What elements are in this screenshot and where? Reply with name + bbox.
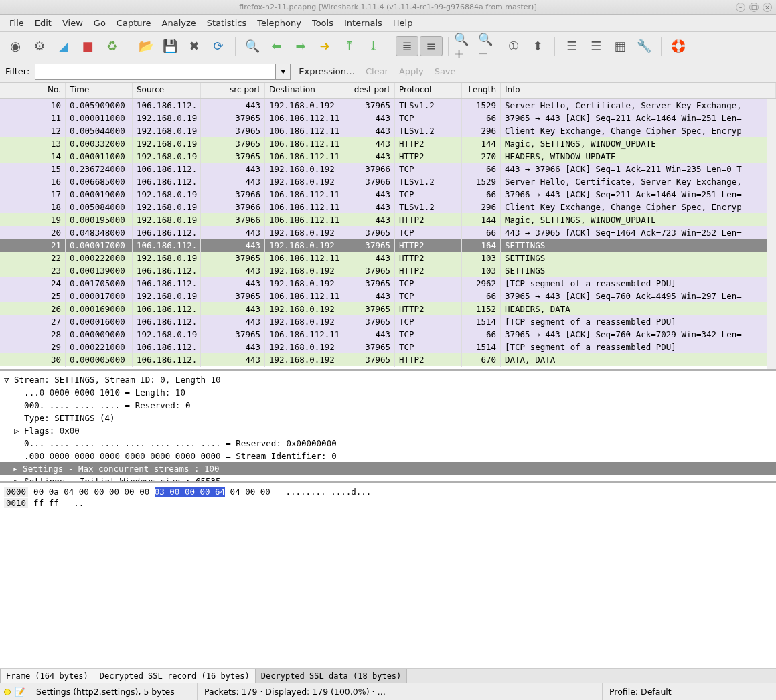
hex-dump[interactable]: 000000 0a 04 00 00 00 00 00 03 00 00 00 … — [0, 483, 776, 668]
menu-telephony[interactable]: Telephony — [252, 15, 307, 31]
detail-line[interactable]: ...0 0000 0000 1010 = Length: 10 — [4, 386, 772, 399]
colorize-icon[interactable]: ≣ — [396, 36, 418, 56]
clear-button[interactable]: Clear — [363, 65, 391, 78]
menu-go[interactable]: Go — [88, 15, 111, 31]
filter-dropdown-button[interactable]: ▾ — [276, 64, 291, 80]
go-forward-icon[interactable]: ➡ — [289, 36, 312, 56]
cell-info: Client Key Exchange, Change Cipher Spec,… — [501, 124, 776, 138]
packet-row[interactable]: 260.000169000106.186.112.443192.168.0.19… — [0, 302, 776, 315]
packet-row[interactable]: 250.000017000192.168.0.1937965106.186.11… — [0, 290, 776, 302]
first-packet-icon[interactable]: ⤒ — [337, 36, 360, 56]
zoom-reset-icon[interactable]: ① — [502, 36, 525, 56]
packet-row[interactable]: 150.236724000106.186.112.443192.168.0.19… — [0, 163, 776, 175]
stop-capture-icon[interactable]: ■ — [76, 36, 99, 56]
edit-icon[interactable]: 📝 — [15, 687, 25, 697]
expert-info-led-icon[interactable] — [4, 689, 11, 695]
menu-capture[interactable]: Capture — [111, 15, 157, 31]
maximize-icon[interactable]: □ — [749, 3, 759, 12]
detail-line[interactable]: ▸ Settings - Max concurrent streams : 10… — [0, 462, 776, 475]
zoom-out-icon[interactable]: 🔍− — [478, 36, 501, 56]
go-to-icon[interactable]: ➜ — [313, 36, 336, 56]
apply-button[interactable]: Apply — [396, 65, 426, 78]
col-header-length[interactable]: Length — [462, 83, 501, 98]
find-icon[interactable]: 🔍 — [241, 36, 264, 56]
packet-row[interactable]: 180.005084000192.168.0.1937966106.186.11… — [0, 201, 776, 213]
save-filter-button[interactable]: Save — [432, 65, 459, 78]
packet-list-body[interactable]: 100.005909000106.186.112.443192.168.0.19… — [0, 99, 776, 369]
hex-line[interactable]: 000000 0a 04 00 00 00 00 00 03 00 00 00 … — [4, 486, 772, 497]
close-window-icon[interactable]: × — [763, 3, 772, 12]
scrollbar[interactable] — [767, 99, 776, 369]
packet-row[interactable]: 160.006685000106.186.112.443192.168.0.19… — [0, 175, 776, 188]
packet-row[interactable]: 210.000017000106.186.112.443192.168.0.19… — [0, 239, 776, 252]
hex-tab[interactable]: Decrypted SSL record (16 bytes) — [94, 669, 256, 683]
detail-line[interactable]: .000 0000 0000 0000 0000 0000 0000 0000 … — [4, 450, 772, 462]
menu-file[interactable]: File — [4, 15, 29, 31]
packet-row[interactable]: 280.000009000192.168.0.1937965106.186.11… — [0, 328, 776, 341]
packet-row[interactable]: 140.000011000192.168.0.1937965106.186.11… — [0, 150, 776, 163]
detail-line[interactable]: ▽ Stream: SETTINGS, Stream ID: 0, Length… — [4, 373, 772, 386]
packet-row[interactable]: 110.000011000192.168.0.1937965106.186.11… — [0, 112, 776, 124]
detail-line[interactable]: Type: SETTINGS (4) — [4, 412, 772, 424]
packet-row[interactable]: 240.001705000106.186.112.443192.168.0.19… — [0, 277, 776, 290]
menu-view[interactable]: View — [57, 15, 88, 31]
packet-row[interactable]: 270.000016000106.186.112.443192.168.0.19… — [0, 315, 776, 328]
col-header-destination[interactable]: Destination — [265, 83, 345, 98]
options-icon[interactable]: ⚙ — [28, 36, 51, 56]
cell-src: 106.186.112. — [133, 238, 201, 252]
last-packet-icon[interactable]: ⤓ — [362, 36, 384, 56]
hex-tab[interactable]: Decrypted SSL data (18 bytes) — [255, 669, 408, 683]
col-header-time[interactable]: Time — [66, 83, 133, 98]
packet-row[interactable]: 100.005909000106.186.112.443192.168.0.19… — [0, 99, 776, 112]
menu-help[interactable]: Help — [388, 15, 418, 31]
help-icon[interactable]: 🛟 — [667, 36, 690, 56]
packet-row[interactable]: 300.000005000106.186.112.443192.168.0.19… — [0, 353, 776, 366]
menu-statistics[interactable]: Statistics — [202, 15, 252, 31]
restart-capture-icon[interactable]: ♻ — [100, 36, 123, 56]
packet-row[interactable]: 290.000221000106.186.112.443192.168.0.19… — [0, 341, 776, 353]
menu-tools[interactable]: Tools — [307, 15, 339, 31]
packet-row[interactable]: 220.000222000192.168.0.1937965106.186.11… — [0, 252, 776, 264]
expression-button[interactable]: Expression… — [296, 65, 358, 78]
col-header-info[interactable]: Info — [501, 83, 776, 98]
detail-line[interactable]: ▷ Settings - Initial Windows size : 6553… — [4, 475, 772, 483]
minimize-icon[interactable]: – — [736, 3, 745, 12]
detail-line[interactable]: 000. .... .... .... = Reserved: 0 — [4, 399, 772, 412]
menu-internals[interactable]: Internals — [339, 15, 388, 31]
col-header-dest-port[interactable]: dest port — [345, 83, 395, 98]
interfaces-icon[interactable]: ◉ — [4, 36, 27, 56]
packet-row[interactable]: 230.000139000106.186.112.443192.168.0.19… — [0, 264, 776, 277]
coloring-rules-icon[interactable]: ▦ — [609, 36, 631, 56]
start-capture-icon[interactable]: ◢ — [52, 36, 75, 56]
col-header-no[interactable]: No. — [0, 83, 66, 98]
close-icon[interactable]: ✖ — [183, 36, 206, 56]
hex-tab[interactable]: Frame (164 bytes) — [0, 669, 94, 683]
open-icon[interactable]: 📂 — [135, 36, 157, 56]
packet-details-pane[interactable]: ▽ Stream: SETTINGS, Stream ID: 0, Length… — [0, 371, 776, 483]
autoscroll-icon[interactable]: ≡ — [420, 36, 443, 56]
col-header-src-port[interactable]: src port — [201, 83, 265, 98]
menu-edit[interactable]: Edit — [29, 15, 57, 31]
zoom-in-icon[interactable]: 🔍+ — [454, 36, 477, 56]
resize-columns-icon[interactable]: ⬍ — [526, 36, 549, 56]
reload-icon[interactable]: ⟳ — [207, 36, 230, 56]
go-back-icon[interactable]: ⬅ — [265, 36, 288, 56]
packet-row[interactable]: 200.048348000106.186.112.443192.168.0.19… — [0, 226, 776, 239]
status-profile[interactable]: Profile: Default — [602, 683, 776, 700]
menu-analyze[interactable]: Analyze — [157, 15, 202, 31]
col-header-source[interactable]: Source — [133, 83, 201, 98]
packet-row[interactable]: 120.005044000192.168.0.1937965106.186.11… — [0, 124, 776, 137]
save-icon[interactable]: 💾 — [159, 36, 181, 56]
col-header-protocol[interactable]: Protocol — [395, 83, 462, 98]
packet-row[interactable]: 170.000019000192.168.0.1937966106.186.11… — [0, 188, 776, 201]
preferences-icon[interactable]: 🔧 — [633, 36, 655, 56]
detail-line[interactable]: ▷ Flags: 0x00 — [4, 424, 772, 437]
display-filters-icon[interactable]: ☰ — [585, 36, 607, 56]
capture-filters-icon[interactable]: ☰ — [560, 36, 583, 56]
detail-line[interactable]: 0... .... .... .... .... .... .... .... … — [4, 437, 772, 450]
packet-row[interactable]: 190.000195000192.168.0.1937966106.186.11… — [0, 213, 776, 226]
packet-row[interactable]: 130.000332000192.168.0.1937965106.186.11… — [0, 137, 776, 150]
filter-input[interactable] — [35, 64, 276, 80]
hex-line[interactable]: 0010ff ff .. — [4, 497, 772, 509]
filter-toolbar: Filter: ▾ Expression… Clear Apply Save — [0, 60, 776, 83]
